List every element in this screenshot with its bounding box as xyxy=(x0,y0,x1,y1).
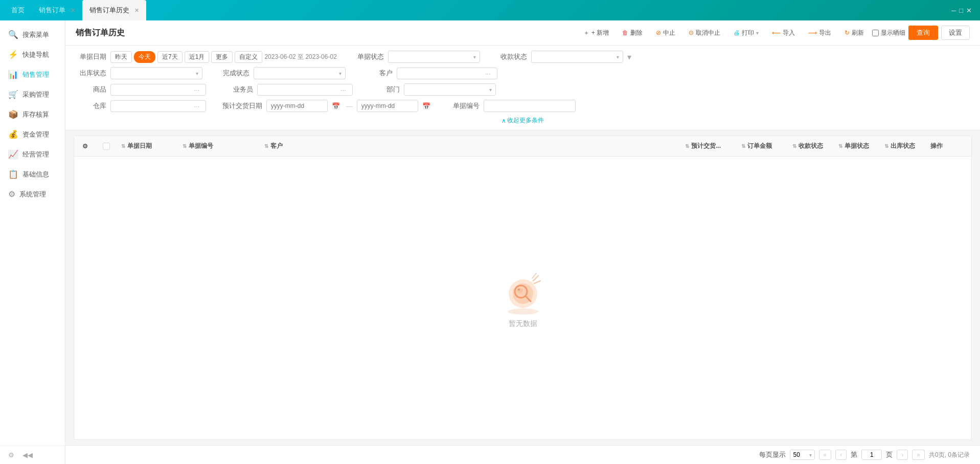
query-button[interactable]: 查询 xyxy=(908,26,938,40)
date-custom-btn[interactable]: 自定义 xyxy=(235,51,262,63)
end-calendar-icon[interactable]: 📅 xyxy=(420,102,432,110)
setting-label: 设置 xyxy=(949,29,962,36)
refresh-button[interactable]: ↻ 刷新 xyxy=(839,27,869,39)
last-page-button[interactable]: » xyxy=(912,450,925,460)
sidebar-item-purchase-mgmt[interactable]: 🛒 采购管理 xyxy=(0,84,65,104)
delivery-date-start[interactable] xyxy=(266,100,328,112)
display-cols-toggle[interactable]: 显示晒细 xyxy=(872,29,905,37)
doc-status-select[interactable] xyxy=(388,51,480,63)
salesperson-input[interactable] xyxy=(262,86,338,93)
close-button[interactable]: ✕ xyxy=(966,7,972,14)
tab-home[interactable]: 首页 xyxy=(4,0,32,20)
sort-docno-icon: ⇅ xyxy=(183,143,187,149)
goods-ellipsis-btn[interactable]: ··· xyxy=(192,86,201,94)
cancel-stop-button[interactable]: ⊙ 取消中止 xyxy=(683,27,725,39)
sidebar-settings-icon[interactable]: ⚙ xyxy=(8,451,14,459)
date-today-btn[interactable]: 今天 xyxy=(134,51,155,63)
sidebar-item-inventory[interactable]: 📦 库存核算 xyxy=(0,104,65,124)
sidebar-item-quick-nav[interactable]: ⚡ 快捷导航 xyxy=(0,45,65,64)
out-status-label: 出库状态 xyxy=(76,69,106,78)
out-status-select[interactable] xyxy=(110,67,202,79)
th-status[interactable]: ⇅ 单据状态 xyxy=(834,142,880,150)
customer-ellipsis-btn[interactable]: ··· xyxy=(483,70,493,77)
dept-select[interactable] xyxy=(404,83,496,96)
tab-sales-order[interactable]: 销售订单 ✕ xyxy=(32,0,82,20)
stop-button[interactable]: ⊘ 中止 xyxy=(651,27,680,39)
next-page-button[interactable]: › xyxy=(897,450,908,460)
sales-mgmt-icon: 📊 xyxy=(8,70,18,79)
svg-point-5 xyxy=(517,288,523,293)
sort-delivery-icon: ⇅ xyxy=(685,143,689,149)
import-button[interactable]: ⟵ 导入 xyxy=(767,27,800,39)
warehouse-ellipsis-btn[interactable]: ··· xyxy=(192,102,201,110)
page-number-input[interactable] xyxy=(861,450,882,460)
payment-status-select[interactable] xyxy=(531,51,623,63)
print-label: 打印 xyxy=(742,29,754,37)
empty-illustration xyxy=(497,268,549,319)
collapse-btn[interactable]: ∧ 收起更多条件 xyxy=(502,116,544,125)
prev-page-button[interactable]: ‹ xyxy=(835,450,847,460)
warehouse-input[interactable] xyxy=(115,102,192,109)
th-delivery[interactable]: ⇅ 预计交货... xyxy=(681,142,737,150)
th-customer[interactable]: ⇅ 客户 xyxy=(260,142,681,150)
th-outstatus-label: 出库状态 xyxy=(891,142,915,150)
pagination: 每页显示 20 50 100 « ‹ 第 页 › » 共0页, 0条记录 xyxy=(65,445,980,464)
system-icon: ⚙ xyxy=(8,189,15,199)
sidebar-item-sales-mgmt[interactable]: 📊 销售管理 xyxy=(0,64,65,84)
per-page-select[interactable]: 20 50 100 xyxy=(790,450,815,460)
sidebar-item-search-menu[interactable]: 🔍 搜索菜单 xyxy=(0,25,65,45)
sidebar-collapse-icon[interactable]: ◀◀ xyxy=(22,451,33,459)
settings-icon[interactable]: ⚙ xyxy=(82,143,88,150)
th-settings[interactable]: ⚙ xyxy=(78,143,99,150)
delivery-date-end[interactable] xyxy=(357,100,418,112)
header-checkbox[interactable] xyxy=(103,143,110,150)
sidebar-item-base-info[interactable]: 📋 基础信息 xyxy=(0,164,65,184)
total-text: 共0页, 0条记录 xyxy=(929,451,970,459)
date-1month-btn[interactable]: 近1月 xyxy=(185,51,210,63)
setting-button[interactable]: 设置 xyxy=(941,26,970,40)
inventory-icon: 📦 xyxy=(8,109,18,119)
display-cols-checkbox[interactable] xyxy=(872,30,879,36)
doc-no-input[interactable] xyxy=(484,100,576,112)
complete-status-select[interactable] xyxy=(254,67,346,79)
th-date-label: 单据日期 xyxy=(127,142,152,150)
sidebar-item-system[interactable]: ⚙ 系统管理 xyxy=(0,184,65,204)
payment-status-label: 收款状态 xyxy=(496,52,527,61)
th-outstatus[interactable]: ⇅ 出库状态 xyxy=(880,142,926,150)
tab-sales-order-close[interactable]: ✕ xyxy=(71,7,75,14)
filter-row-warehouse: 仓库 ··· 预计交货日期 📅 — 📅 单据编号 xyxy=(76,100,970,112)
sort-amount-icon: ⇅ xyxy=(741,143,745,149)
export-button[interactable]: ⟶ 导出 xyxy=(803,27,836,39)
sidebar-item-purchase-mgmt-label: 采购管理 xyxy=(22,90,49,99)
print-dropdown-icon: ▾ xyxy=(756,30,759,36)
th-payment[interactable]: ⇅ 收款状态 xyxy=(788,142,834,150)
sidebar-item-base-info-label: 基础信息 xyxy=(22,170,49,179)
sidebar-item-operations[interactable]: 📈 经营管理 xyxy=(0,144,65,164)
sidebar-item-finance[interactable]: 💰 资金管理 xyxy=(0,124,65,144)
salesperson-ellipsis-btn[interactable]: ··· xyxy=(338,86,348,94)
page-title-row: 销售订单历史 ＋ + 新增 🗑 删除 ⊘ 中止 ⊙ xyxy=(76,26,970,45)
th-date[interactable]: ⇅ 单据日期 xyxy=(117,142,178,150)
new-button[interactable]: ＋ + 新增 xyxy=(578,27,614,39)
th-docno[interactable]: ⇅ 单据编号 xyxy=(178,142,260,150)
delete-button[interactable]: 🗑 删除 xyxy=(617,27,648,39)
date-yesterday-btn[interactable]: 昨天 xyxy=(110,51,132,63)
tab-sales-order-history-close[interactable]: ✕ xyxy=(134,7,139,14)
tab-sales-order-history[interactable]: 销售订单历史 ✕ xyxy=(82,0,146,20)
sidebar-item-operations-label: 经营管理 xyxy=(22,150,49,159)
customer-input[interactable] xyxy=(401,70,483,77)
stop-label: 中止 xyxy=(663,29,675,37)
minimize-button[interactable]: ─ xyxy=(951,7,956,14)
goods-input[interactable] xyxy=(115,86,192,93)
sidebar-item-sales-mgmt-label: 销售管理 xyxy=(22,70,49,79)
page-header: 销售订单历史 ＋ + 新增 🗑 删除 ⊘ 中止 ⊙ xyxy=(65,20,980,46)
date-7days-btn[interactable]: 近7天 xyxy=(157,51,183,63)
start-calendar-icon[interactable]: 📅 xyxy=(330,102,342,110)
th-checkbox xyxy=(99,143,117,150)
maximize-button[interactable]: □ xyxy=(959,7,963,14)
first-page-button[interactable]: « xyxy=(819,450,832,460)
date-more-btn[interactable]: 更多 xyxy=(211,51,233,63)
print-button[interactable]: 🖨 打印 ▾ xyxy=(728,27,764,39)
th-amount[interactable]: ⇅ 订单金额 xyxy=(737,142,788,150)
salesperson-input-wrapper: ··· xyxy=(257,84,353,96)
